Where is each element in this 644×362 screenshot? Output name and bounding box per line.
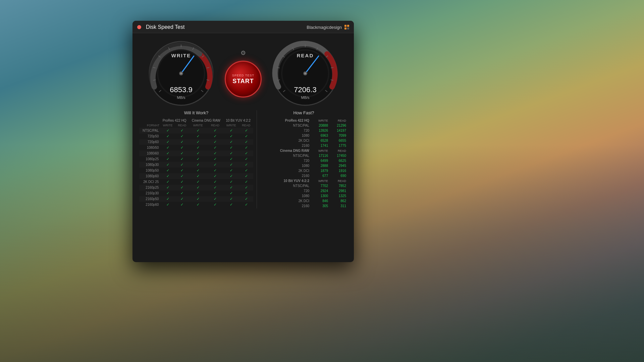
write-gauge-label: WRITE (148, 53, 215, 58)
check-icon: ✓ (166, 151, 169, 155)
read-value: 17450 (329, 153, 347, 158)
write-value: 17116 (310, 153, 329, 158)
format-label: 2160p30 (139, 190, 160, 196)
format-label: 2K DCI (260, 198, 310, 203)
format-label: 2160p25 (139, 185, 160, 190)
check-icon: ✓ (197, 180, 200, 184)
check-icon: ✓ (245, 202, 248, 206)
write-value: 6499 (310, 158, 329, 163)
read-gauge-container: READ 7206.3 MB/s (272, 40, 339, 107)
read-value: 311 (329, 203, 347, 208)
check-icon: ✓ (166, 157, 169, 161)
read-value: 6625 (329, 158, 347, 163)
read-value: 1775 (329, 143, 347, 148)
check-icon: ✓ (166, 202, 169, 206)
format-label: 1080p50 (139, 168, 160, 173)
table-row: 2160 677 690 (260, 173, 347, 178)
table-row: 2160p50 ✓ ✓ ✓ ✓ ✓ ✓ (139, 196, 253, 202)
write-gauge-container: WRITE 6853.9 MB/s (148, 40, 215, 107)
read-value: 7852 (329, 183, 347, 188)
write-value: 1741 (310, 143, 329, 148)
write-gauge: WRITE 6853.9 MB/s (148, 40, 215, 107)
cinema-dng-header: Cinema DNG RAW (189, 118, 223, 123)
check-icon: ✓ (166, 197, 169, 201)
check-icon: ✓ (197, 202, 200, 206)
format-label: NTSC/PAL (260, 183, 310, 188)
titlebar-right: Blackmagicdesign (307, 25, 349, 30)
check-icon: ✓ (197, 145, 200, 149)
cinema-read-col-header: READ (329, 148, 347, 153)
format-label: NTSC/PAL (260, 123, 310, 128)
start-button[interactable]: SPEED TEST START (225, 61, 262, 98)
table-row: NTSC/PAL 20888 21296 (260, 123, 347, 128)
table-row: ProRes 422 HQ WRITE READ (260, 118, 347, 123)
check-icon: ✓ (166, 168, 169, 172)
table-row: 10 Bit YUV 4:2:2 WRITE READ (260, 178, 347, 183)
format-label: 1080 (260, 133, 310, 138)
check-icon: ✓ (180, 191, 183, 195)
check-icon: ✓ (230, 191, 233, 195)
format-label: 2K DCI 25 (139, 179, 160, 185)
check-icon: ✓ (214, 140, 217, 144)
check-icon: ✓ (214, 180, 217, 184)
write-value: 7702 (310, 183, 329, 188)
format-label: 2160 (260, 203, 310, 208)
yuv-write-header: WRITE (223, 123, 239, 128)
prores-read-header: READ (175, 123, 189, 128)
table-row: 2160p30 ✓ ✓ ✓ ✓ ✓ ✓ (139, 190, 253, 196)
cinema-write-header: WRITE (189, 123, 207, 128)
check-icon: ✓ (230, 168, 233, 172)
table-row: 2160 1741 1775 (260, 143, 347, 148)
check-icon: ✓ (230, 174, 233, 178)
close-button[interactable] (137, 25, 141, 29)
cinema-section-label: Cinema DNG RAW (260, 148, 310, 153)
table-row: 1080 2888 2945 (260, 163, 347, 168)
table-row: 1080 6963 7099 (260, 133, 347, 138)
write-value: 2924 (310, 188, 329, 193)
format-label: 720 (260, 158, 310, 163)
will-it-work-table: ProRes 422 HQ Cinema DNG RAW 10 Bit YUV … (139, 118, 253, 207)
check-icon: ✓ (197, 134, 200, 138)
table-row: 2160 305 311 (260, 203, 347, 208)
write-value: 2888 (310, 163, 329, 168)
gear-icon[interactable]: ⚙ (240, 49, 246, 57)
yuv-read-header: READ (239, 123, 253, 128)
how-fast-table: ProRes 422 HQ WRITE READ NTSC/PAL 20888 … (260, 118, 347, 208)
read-value: 21296 (329, 123, 347, 128)
how-fast-title: How Fast? (260, 110, 347, 115)
check-icon: ✓ (214, 163, 217, 167)
check-icon: ✓ (166, 163, 169, 167)
check-icon: ✓ (245, 140, 248, 144)
check-icon: ✓ (166, 128, 169, 132)
prores-read-col-header: READ (329, 118, 347, 123)
check-icon: ✓ (197, 197, 200, 201)
check-icon: ✓ (197, 157, 200, 161)
titlebar-left: Disk Speed Test (137, 24, 184, 30)
read-value: 6655 (329, 138, 347, 143)
table-row: 720 6499 6625 (260, 158, 347, 163)
check-icon: ✓ (166, 191, 169, 195)
start-button-label: START (232, 78, 254, 85)
table-row: 1080p60 ✓ ✓ ✓ ✓ ✓ ✓ (139, 173, 253, 179)
check-icon: ✓ (245, 145, 248, 149)
table-row: 2160p25 ✓ ✓ ✓ ✓ ✓ ✓ (139, 185, 253, 190)
brand-dot-4 (347, 27, 349, 29)
check-icon: ✓ (180, 157, 183, 161)
write-value: 6528 (310, 138, 329, 143)
table-row: NTSC/PAL 17116 17450 (260, 153, 347, 158)
check-icon: ✓ (197, 151, 200, 155)
check-icon: ✓ (245, 163, 248, 167)
table-row: 2K DCI 6528 6655 (260, 138, 347, 143)
gauges-area: WRITE 6853.9 MB/s ⚙ SPEED TEST START (132, 33, 354, 110)
format-label: NTSC/PAL (260, 153, 310, 158)
check-icon: ✓ (180, 202, 183, 206)
format-label: 720 (260, 188, 310, 193)
check-icon: ✓ (245, 180, 248, 184)
format-label: 1080i60 (139, 150, 160, 156)
check-icon: ✓ (230, 157, 233, 161)
read-gauge-value: 7206.3 (272, 85, 339, 94)
titlebar: Disk Speed Test Blackmagicdesign (132, 21, 354, 33)
read-value: 7099 (329, 133, 347, 138)
format-label: 2160 (260, 143, 310, 148)
format-col-header (139, 118, 160, 123)
